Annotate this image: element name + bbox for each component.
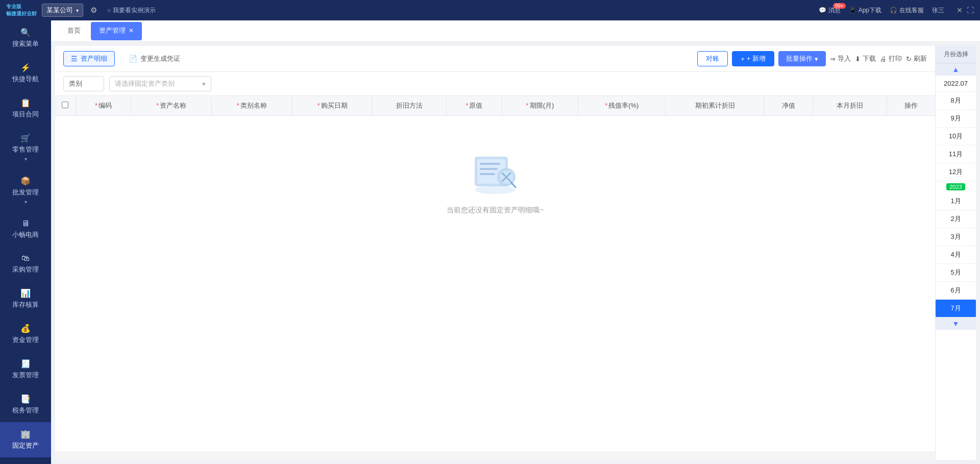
month-item-4[interactable]: 4月 bbox=[936, 246, 976, 264]
chevron-down-icon: ▾ bbox=[76, 8, 79, 13]
year-2023-badge: 2023 bbox=[946, 183, 965, 190]
dropdown-arrow-icon: ▾ bbox=[202, 80, 206, 88]
month-item-12[interactable]: 12月 bbox=[936, 163, 976, 181]
select-all-checkbox[interactable] bbox=[55, 96, 76, 116]
sub-tab-change-voucher[interactable]: 📄 变更生成凭证 bbox=[121, 51, 188, 66]
sidebar-item-retail[interactable]: 🛒 零售管理 ▾ bbox=[0, 126, 51, 169]
sidebar-label-project: 项目合同 bbox=[12, 110, 39, 119]
col-depreciation-method: 折旧方法 bbox=[373, 96, 446, 116]
tab-bar: 首页 资产管理 ✕ bbox=[51, 20, 980, 42]
filter-bar: 类别 请选择固定资产类别 ▾ bbox=[55, 72, 935, 96]
wholesale-arrow: ▾ bbox=[24, 199, 27, 205]
demo-link[interactable]: ○ 我要看实例演示 bbox=[107, 6, 156, 15]
month-item-8[interactable]: 8月 bbox=[936, 92, 976, 110]
company-selector[interactable]: 某某公司 ▾ bbox=[42, 4, 83, 17]
col-period: *期限(月) bbox=[502, 96, 578, 116]
svg-rect-5 bbox=[480, 173, 495, 175]
print-icon: 🖨 bbox=[880, 55, 887, 63]
print-button[interactable]: 🖨 打印 bbox=[880, 54, 902, 63]
sidebar-label-fixedassets: 固定资产 bbox=[12, 441, 39, 450]
bottom-scrollbar[interactable] bbox=[55, 452, 935, 460]
svg-rect-3 bbox=[480, 163, 500, 165]
month-down-arrow[interactable]: ▼ bbox=[936, 318, 976, 330]
sidebar-item-quicknav[interactable]: ⚡ 快捷导航 bbox=[0, 56, 51, 91]
app-edition: 专业版 bbox=[6, 3, 37, 10]
checkbox-input[interactable] bbox=[62, 102, 68, 108]
month-item-7-current[interactable]: 7月 bbox=[936, 300, 976, 318]
empty-state-row: 当前您还没有固定资产明细哦~ bbox=[55, 116, 935, 246]
settings-icon[interactable]: ⚙ bbox=[90, 6, 97, 15]
tab-close-icon[interactable]: ✕ bbox=[129, 27, 134, 34]
sidebar-item-tax[interactable]: 📑 税务管理 bbox=[0, 387, 51, 422]
finance-icon: 💰 bbox=[20, 324, 31, 333]
refresh-icon: ↻ bbox=[906, 55, 912, 63]
close-icon[interactable]: ✕ bbox=[957, 6, 963, 14]
month-item-9[interactable]: 9月 bbox=[936, 110, 976, 128]
col-residual-rate: *残值率(%) bbox=[578, 96, 666, 116]
sidebar-item-fixedassets[interactable]: 🏢 固定资产 bbox=[0, 422, 51, 457]
sidebar: 🔍 搜索菜单 ⚡ 快捷导航 📋 项目合同 🛒 零售管理 ▾ 📦 批发管理 ▾ 🖥… bbox=[0, 20, 51, 464]
sidebar-item-search[interactable]: 🔍 搜索菜单 bbox=[0, 20, 51, 56]
sidebar-item-salary[interactable]: 💵 工资 bbox=[0, 457, 51, 464]
month-item-5[interactable]: 5月 bbox=[936, 264, 976, 282]
expand-icon[interactable]: ⛶ bbox=[967, 6, 974, 14]
wholesale-icon: 📦 bbox=[20, 176, 31, 186]
window-actions: ✕ ⛶ bbox=[957, 6, 974, 14]
download-icon: ⬇ bbox=[855, 55, 861, 63]
svg-point-0 bbox=[475, 186, 516, 194]
sidebar-label-purchase: 采购管理 bbox=[12, 265, 39, 274]
month-item-10[interactable]: 10月 bbox=[936, 128, 976, 145]
sidebar-label-ecommerce: 小畅电商 bbox=[12, 230, 39, 239]
message-button[interactable]: 💬 消息 99+ bbox=[819, 6, 841, 15]
category-select-label: 类别 bbox=[63, 76, 104, 91]
invoice-icon: 🧾 bbox=[20, 359, 31, 369]
refresh-button[interactable]: ↻ 刷新 bbox=[906, 54, 927, 63]
app-download-button[interactable]: 📱 App下载 bbox=[849, 6, 881, 15]
month-item-2[interactable]: 2月 bbox=[936, 210, 976, 228]
month-item-2022-07[interactable]: 2022.07 bbox=[936, 76, 976, 92]
phone-icon: 📱 bbox=[849, 7, 856, 14]
message-badge: 99+ bbox=[833, 3, 846, 9]
company-name: 某某公司 bbox=[46, 6, 73, 15]
sidebar-label-invoice: 发票管理 bbox=[12, 371, 39, 380]
quicknav-icon: ⚡ bbox=[20, 63, 31, 72]
ecommerce-icon: 🖥 bbox=[21, 219, 30, 228]
sidebar-label-retail: 零售管理 bbox=[12, 145, 39, 154]
tab-asset[interactable]: 资产管理 ✕ bbox=[91, 22, 142, 40]
import-button[interactable]: ⇒ 导入 bbox=[830, 54, 851, 63]
sidebar-item-invoice[interactable]: 🧾 发票管理 bbox=[0, 352, 51, 387]
sidebar-item-purchase[interactable]: 🛍 采购管理 bbox=[0, 247, 51, 281]
month-item-6[interactable]: 6月 bbox=[936, 282, 976, 300]
empty-text: 当前您还没有固定资产明细哦~ bbox=[447, 206, 544, 215]
top-bar-right: 💬 消息 99+ 📱 App下载 🎧 在线客服 张三 ✕ ⛶ bbox=[819, 6, 974, 15]
page-content: ☰ 资产明细 📄 变更生成凭证 对账 + + 新增 bbox=[55, 46, 976, 460]
col-name: *资产名称 bbox=[131, 96, 212, 116]
sidebar-item-project[interactable]: 📋 项目合同 bbox=[0, 91, 51, 126]
month-item-3[interactable]: 3月 bbox=[936, 228, 976, 246]
add-button[interactable]: + + 新增 bbox=[732, 51, 774, 66]
sidebar-item-ecommerce[interactable]: 🖥 小畅电商 bbox=[0, 212, 51, 247]
sidebar-item-finance[interactable]: 💰 资金管理 bbox=[0, 316, 51, 352]
month-up-arrow[interactable]: ▲ bbox=[936, 63, 976, 76]
tab-home[interactable]: 首页 bbox=[59, 22, 89, 40]
month-item-1[interactable]: 1月 bbox=[936, 192, 976, 210]
online-service-button[interactable]: 🎧 在线客服 bbox=[890, 6, 924, 15]
batch-button[interactable]: 批量操作 ▾ bbox=[778, 51, 826, 66]
sub-tab-asset-detail[interactable]: ☰ 资产明细 bbox=[63, 51, 115, 66]
empty-state: 当前您还没有固定资产明细哦~ bbox=[55, 116, 935, 246]
retail-arrow: ▾ bbox=[24, 156, 27, 162]
col-monthly-depreciation: 本月折旧 bbox=[813, 96, 887, 116]
app-logo: 专业版 畅捷通好业财 bbox=[6, 3, 37, 17]
search-icon: 🔍 bbox=[20, 28, 31, 37]
download-button[interactable]: ⬇ 下载 bbox=[855, 54, 876, 63]
reconcile-button[interactable]: 对账 bbox=[697, 51, 728, 66]
inventory-icon: 📊 bbox=[20, 288, 31, 298]
table-header-row: *编码 *资产名称 *类别名称 *购买日期 折旧方法 *原值 *期限(月) *残… bbox=[55, 96, 935, 116]
sidebar-item-wholesale[interactable]: 📦 批发管理 ▾ bbox=[0, 169, 51, 212]
sidebar-item-inventory[interactable]: 📊 库存核算 bbox=[0, 281, 51, 316]
user-menu[interactable]: 张三 bbox=[932, 6, 944, 15]
month-item-11[interactable]: 11月 bbox=[936, 145, 976, 163]
inner-content: ☰ 资产明细 📄 变更生成凭证 对账 + + 新增 bbox=[55, 46, 935, 460]
category-dropdown[interactable]: 请选择固定资产类别 ▾ bbox=[109, 76, 211, 91]
sidebar-label-inventory: 库存核算 bbox=[12, 300, 39, 309]
